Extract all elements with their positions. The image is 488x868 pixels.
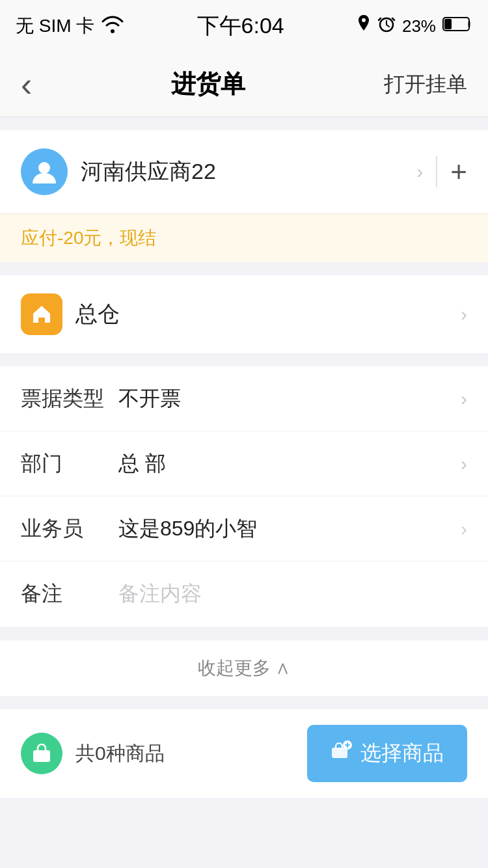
svg-point-3 <box>38 162 50 174</box>
collapse-label: 收起更多 ∧ <box>198 656 291 681</box>
invoice-chevron-icon: › <box>461 388 467 410</box>
warehouse-icon <box>21 293 62 335</box>
status-time: 下午6:04 <box>197 11 284 41</box>
remark-row[interactable]: 备注 备注内容 <box>0 562 488 627</box>
select-products-button[interactable]: 选择商品 <box>307 725 467 782</box>
location-icon <box>357 15 371 38</box>
select-btn-icon <box>331 740 353 767</box>
nav-title: 进货单 <box>171 68 245 101</box>
svg-rect-4 <box>38 318 45 323</box>
notice-text: 应付-20元，现结 <box>21 228 156 248</box>
product-icon <box>21 733 62 774</box>
notice-banner: 应付-20元，现结 <box>0 213 488 262</box>
svg-rect-2 <box>444 19 452 29</box>
invoice-row[interactable]: 票据类型 不开票 › <box>0 366 488 431</box>
dept-chevron-icon: › <box>461 453 467 475</box>
wifi-icon <box>101 15 124 38</box>
carrier-label: 无 SIM 卡 <box>16 14 94 38</box>
sales-label: 业务员 <box>21 515 105 543</box>
nav-bar: ‹ 进货单 打开挂单 <box>0 52 488 117</box>
supplier-add-button[interactable]: + <box>450 157 467 186</box>
form-section: 票据类型 不开票 › 部门 总 部 › 业务员 这是859的小智 › 备注 备注… <box>0 366 488 627</box>
remark-input[interactable]: 备注内容 <box>105 580 467 608</box>
collapse-row[interactable]: 收起更多 ∧ <box>0 640 488 696</box>
bottom-bar: 共0种商品 选择商品 <box>0 709 488 798</box>
dept-row[interactable]: 部门 总 部 › <box>0 431 488 496</box>
warehouse-chevron-icon: › <box>461 303 467 325</box>
supplier-avatar <box>21 148 68 195</box>
invoice-label: 票据类型 <box>21 385 105 413</box>
dept-label: 部门 <box>21 450 105 478</box>
battery-icon <box>442 16 472 36</box>
alarm-icon <box>377 15 396 38</box>
supplier-row[interactable]: 河南供应商22 › + <box>0 130 488 213</box>
warehouse-name: 总仓 <box>75 299 461 329</box>
sales-value: 这是859的小智 <box>105 515 461 543</box>
back-button[interactable]: ‹ <box>21 65 32 104</box>
sales-row[interactable]: 业务员 这是859的小智 › <box>0 496 488 562</box>
supplier-section: 河南供应商22 › + 应付-20元，现结 <box>0 130 488 262</box>
select-btn-label: 选择商品 <box>360 739 444 768</box>
status-left: 无 SIM 卡 <box>16 14 124 38</box>
dept-value: 总 部 <box>105 450 461 478</box>
section-gap-1 <box>0 117 488 130</box>
battery-label: 23% <box>402 16 436 36</box>
sales-chevron-icon: › <box>461 518 467 540</box>
svg-rect-5 <box>33 750 50 762</box>
svg-rect-6 <box>332 748 347 758</box>
footer-area <box>0 798 488 868</box>
status-right: 23% <box>357 15 472 38</box>
status-bar: 无 SIM 卡 下午6:04 23% <box>0 0 488 52</box>
product-count: 共0种商品 <box>75 740 307 767</box>
invoice-value: 不开票 <box>105 385 461 413</box>
open-pending-button[interactable]: 打开挂单 <box>384 70 467 99</box>
supplier-divider <box>436 156 437 187</box>
supplier-name: 河南供应商22 <box>81 157 416 187</box>
remark-label: 备注 <box>21 580 105 608</box>
supplier-chevron-icon: › <box>416 161 423 183</box>
warehouse-row[interactable]: 总仓 › <box>0 275 488 353</box>
